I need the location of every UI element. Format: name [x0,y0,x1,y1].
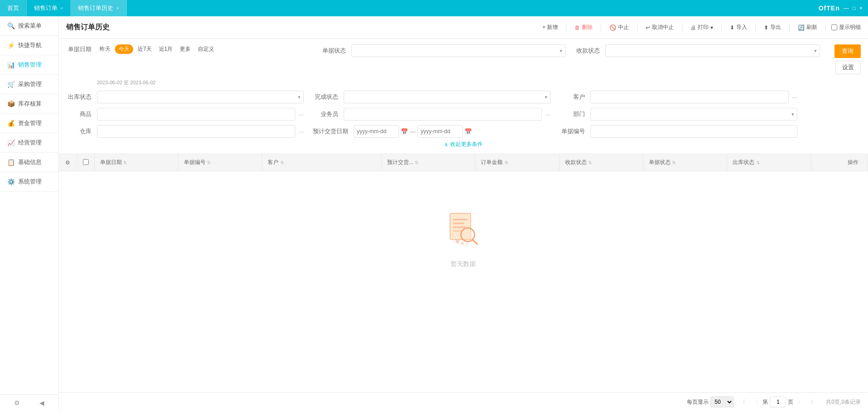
stop-label: 中止 [618,24,629,31]
product-dots[interactable]: ··· [299,111,304,118]
sidebar-collapse-icon[interactable]: ◀ [39,399,44,406]
sidebar-item-basic-info[interactable]: 📋 基础信息 [0,153,58,172]
th-customer[interactable]: 客户 ⇅ [262,154,382,171]
tab-sales-order-close[interactable]: × [60,5,63,11]
th-bill-status[interactable]: 单据状态 ⇅ [643,154,727,171]
toolbar-print-btn[interactable]: 🖨 打印 ▾ [688,22,716,33]
toolbar-export-btn[interactable]: ⬆ 导出 [761,22,784,33]
delivery-date-start-icon[interactable]: 📅 [401,128,408,135]
query-button[interactable]: 查询 [834,44,861,58]
th-actions: 操作 [811,154,868,171]
customer-input[interactable] [590,91,789,103]
tab-sales-order-label: 销售订单 [34,4,58,12]
display-detail-checkbox[interactable] [831,24,837,30]
salesperson-input[interactable] [344,108,542,121]
delivery-date-end[interactable] [417,125,463,138]
next-page-btn[interactable]: 〉 [795,396,806,407]
sidebar-item-quick-nav[interactable]: ⚡ 快捷导航 [0,36,58,55]
svg-rect-1 [453,219,468,220]
tab-sales-order[interactable]: 销售订单 × [27,0,71,16]
th-order-amount[interactable]: 订单金额 ⇅ [475,154,559,171]
sidebar-item-inventory[interactable]: 📦 库存核算 [0,94,58,114]
bill-number-input[interactable] [590,125,797,138]
date-btn-custom[interactable]: 自定义 [195,44,217,54]
date-btn-yesterday[interactable]: 昨天 [97,44,113,54]
th-settings[interactable]: ⚙ [59,154,77,171]
delivery-status-select[interactable]: ▾ [97,91,304,103]
date-btn-today[interactable]: 今天 [115,44,133,54]
delivery-status-arrow: ▾ [298,94,301,100]
settings-button[interactable]: 设置 [835,61,861,74]
brand-label: OfTEn [819,5,840,12]
toolbar-new-btn[interactable]: + 新增 [540,22,561,33]
table-settings-icon[interactable]: ⚙ [65,160,70,166]
th-expected-delivery[interactable]: 预计交货... ⇅ [381,154,475,171]
svg-point-8 [456,240,460,243]
window-close[interactable]: × [859,5,863,11]
sidebar-bottom: ⚙ ◀ [0,394,58,411]
tab-sales-order-history-close[interactable]: × [116,5,119,11]
warehouse-input[interactable] [97,125,295,138]
th-delivery-status[interactable]: 出库状态 ⇅ [727,154,811,171]
delivery-date-end-icon[interactable]: 📅 [465,128,472,135]
page-header: 销售订单历史 + 新增 🗑 删除 🚫 中止 ↩ 取消中止 [59,16,868,39]
window-maximize[interactable]: □ [853,5,856,11]
complete-status-arrow: ▾ [545,94,547,100]
payment-status-select[interactable]: ▾ [605,44,820,57]
sidebar-item-sales-mgmt[interactable]: 📊 销售管理 [0,55,58,75]
toolbar-sep3 [637,24,638,31]
last-page-btn[interactable]: 》 [808,396,819,407]
page-size-label: 每页显示 [687,398,709,406]
salesperson-dots[interactable]: ··· [546,111,551,118]
tab-sales-order-history[interactable]: 销售订单历史 × [71,0,126,16]
window-minimize[interactable]: — [844,5,849,11]
th-checkbox[interactable] [77,154,94,171]
toolbar-stop-btn[interactable]: 🚫 中止 [607,22,632,33]
page-unit: 页 [788,398,793,406]
sidebar-item-search-menu-label: 搜索菜单 [18,22,42,30]
bill-status-select[interactable]: ▾ [351,44,566,57]
date-btn-7days[interactable]: 近7天 [135,44,154,54]
page-size-select: 每页显示 50 10 20 100 [687,396,734,407]
toolbar-refresh-btn[interactable]: 🔄 刷新 [795,22,820,33]
date-btn-1month[interactable]: 近1月 [156,44,176,54]
collapse-label: 收起更多条件 [450,140,483,148]
sidebar-settings-icon[interactable]: ⚙ [14,399,20,406]
first-page-btn[interactable]: 《 [737,396,748,407]
page-number-input[interactable] [770,396,786,407]
tab-sales-order-history-label: 销售订单历史 [78,4,113,12]
collapse-btn[interactable]: ∧ 收起更多条件 [66,140,861,148]
sidebar-item-purchase-mgmt[interactable]: 🛒 采购管理 [0,75,58,94]
sidebar-item-operations[interactable]: 📈 经营管理 [0,133,58,153]
page-size-dropdown[interactable]: 50 10 20 100 [710,396,734,407]
prev-page-btn[interactable]: 〈 [750,396,761,407]
select-all-checkbox[interactable] [83,159,89,165]
cancel-stop-label: 取消中止 [652,24,674,31]
th-number[interactable]: 单据编号 ⇅ [178,154,262,171]
th-payment-status[interactable]: 收款状态 ⇅ [559,154,643,171]
purchase-mgmt-icon: 🛒 [7,81,14,88]
tab-home[interactable]: 首页 [0,0,27,16]
sidebar-item-system-mgmt[interactable]: ⚙️ 系统管理 [0,172,58,192]
expected-delivery-sort-icon: ⇅ [415,160,418,165]
sidebar-item-finance[interactable]: 💰 资金管理 [0,114,58,133]
toolbar-delete-btn[interactable]: 🗑 删除 [572,22,595,33]
data-table: ⚙ 单据日期 ⇅ 单据编号 ⇅ [59,154,868,305]
customer-label: 客户 [560,93,585,101]
sidebar-item-search-menu[interactable]: 🔍 搜索菜单 [0,16,58,36]
export-icon: ⬆ [764,24,768,31]
complete-status-select[interactable]: ▾ [344,91,551,103]
toolbar-import-btn[interactable]: ⬇ 导入 [727,22,750,33]
toolbar-cancel-stop-btn[interactable]: ↩ 取消中止 [643,22,676,33]
bill-status-sort-icon: ⇅ [672,160,676,165]
warehouse-dots[interactable]: ··· [299,128,304,135]
topbar-right: OfTEn — □ × [813,5,868,12]
date-btn-more[interactable]: 更多 [177,44,193,54]
display-detail-toggle[interactable]: 显示明细 [831,24,861,31]
customer-dots[interactable]: ··· [792,94,797,101]
delivery-date-start[interactable] [354,125,399,138]
department-select[interactable]: ▾ [590,108,797,121]
th-delivery-status-label: 出库状态 [733,159,754,165]
product-input[interactable] [97,108,295,121]
th-date[interactable]: 单据日期 ⇅ [94,154,178,171]
